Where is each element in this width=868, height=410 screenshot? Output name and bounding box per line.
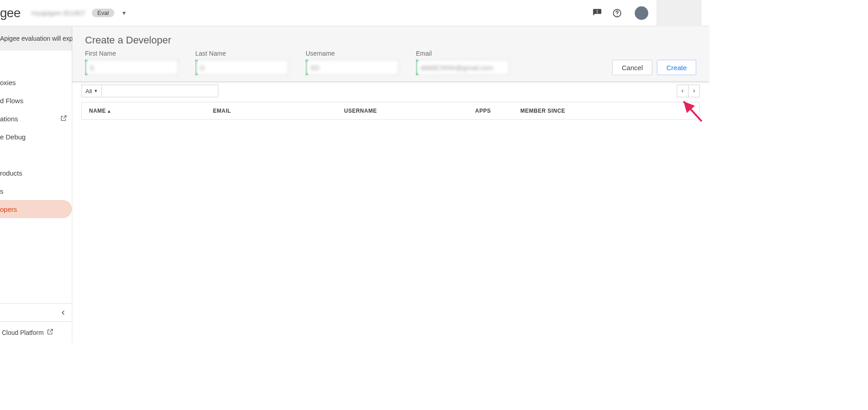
- first-name-label: First Name: [85, 50, 178, 57]
- filter-dropdown[interactable]: All ▼: [81, 85, 102, 97]
- avatar[interactable]: [635, 6, 648, 20]
- create-button[interactable]: Create: [657, 60, 696, 75]
- col-name-label: NAME: [89, 108, 106, 114]
- gcp-link-label: Cloud Platform: [2, 329, 44, 336]
- pager: [677, 85, 700, 97]
- col-name[interactable]: NAME▲: [82, 108, 213, 114]
- feedback-icon[interactable]: [592, 8, 602, 18]
- first-name-input[interactable]: [85, 60, 178, 75]
- gcp-link[interactable]: Cloud Platform: [0, 321, 72, 343]
- external-link-icon: [60, 114, 67, 123]
- nav-shared-flows[interactable]: d Flows: [0, 91, 72, 110]
- email-label: Email: [416, 50, 509, 57]
- main-content: Create a Developer First Name Last Name …: [72, 26, 709, 343]
- sidebar: Apigee evaluation will exp oxies d Flows…: [0, 26, 72, 343]
- pager-next[interactable]: [688, 85, 700, 97]
- col-apps[interactable]: APPS: [475, 108, 520, 114]
- pager-prev[interactable]: [677, 85, 689, 97]
- cancel-button[interactable]: Cancel: [612, 60, 652, 75]
- email-input[interactable]: [416, 60, 509, 75]
- table-header: NAME▲ EMAIL USERNAME APPS MEMBER SINCE: [82, 102, 699, 119]
- nav-developers[interactable]: opers: [0, 200, 72, 218]
- top-bar: gee myapigee-301807 Eval ▼: [0, 0, 709, 26]
- sort-asc-icon: ▲: [107, 109, 111, 114]
- external-link-icon: [47, 328, 54, 337]
- org-name[interactable]: myapigee-301807: [31, 9, 85, 17]
- help-icon[interactable]: [612, 8, 622, 18]
- col-email[interactable]: EMAIL: [213, 108, 344, 114]
- last-name-label: Last Name: [195, 50, 288, 57]
- right-gutter-header: [656, 0, 702, 26]
- col-username[interactable]: USERNAME: [344, 108, 475, 114]
- developers-table: NAME▲ EMAIL USERNAME APPS MEMBER SINCE: [81, 102, 700, 120]
- eval-badge: Eval: [92, 9, 114, 17]
- username-input[interactable]: [306, 60, 399, 75]
- chevron-down-icon: ▼: [94, 89, 98, 93]
- create-developer-panel: Create a Developer First Name Last Name …: [72, 26, 709, 82]
- username-label: Username: [306, 50, 399, 57]
- filter-value: All: [85, 88, 92, 95]
- nav-api-products[interactable]: roducts: [0, 164, 72, 182]
- nav-integrations[interactable]: ations: [0, 110, 72, 128]
- svg-point-1: [617, 14, 617, 15]
- col-member-since[interactable]: MEMBER SINCE: [520, 108, 699, 114]
- eval-expiry-notice: Apigee evaluation will exp: [0, 26, 72, 51]
- panel-title: Create a Developer: [85, 34, 696, 46]
- nav-item-label: ations: [0, 115, 18, 123]
- nav-offline-debug[interactable]: e Debug: [0, 128, 72, 146]
- list-toolbar: All ▼: [72, 82, 709, 100]
- last-name-input[interactable]: [195, 60, 288, 75]
- nav: oxies d Flows ations e Debug roducts s o…: [0, 51, 72, 303]
- nav-apps[interactable]: s: [0, 182, 72, 200]
- chevron-down-icon[interactable]: ▼: [122, 10, 127, 16]
- product-logo: gee: [0, 6, 20, 20]
- filter-input[interactable]: [102, 85, 218, 97]
- collapse-sidebar[interactable]: [0, 303, 72, 321]
- nav-api-proxies[interactable]: oxies: [0, 73, 72, 91]
